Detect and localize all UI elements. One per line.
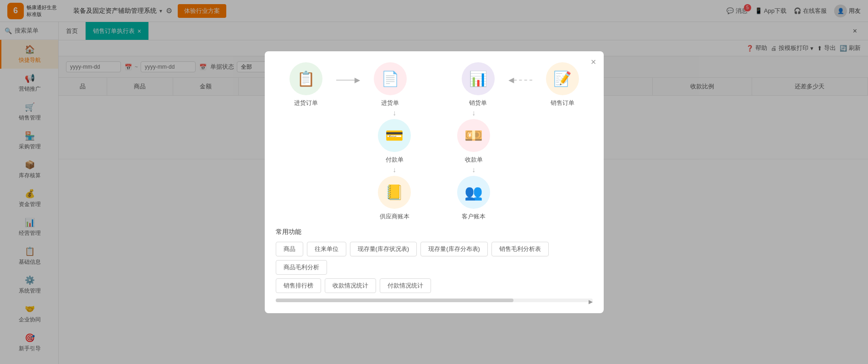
flow-customer-ledger[interactable]: 👥 客户账本 xyxy=(434,176,513,221)
flow-sale-bill[interactable]: 📊 销货单 xyxy=(448,62,508,107)
common-functions-row2: 销售排行榜 收款情况统计 付款情况统计 xyxy=(276,278,593,293)
modal-overlay[interactable]: × 📋 进货订单 ▶ 📄 进货单 xyxy=(0,0,868,364)
modal-scrollbar-arrow[interactable]: ▶ xyxy=(589,299,593,305)
func-sales-rank[interactable]: 销售排行榜 xyxy=(276,278,321,293)
common-functions-row1: 商品 往来单位 现存量(库存状况表) 现存量(库存分布表) 销售毛利分析表 商品… xyxy=(276,242,593,275)
flow-purchase-order-label: 进货订单 xyxy=(294,99,318,107)
func-stock-dist[interactable]: 现存量(库存分布表) xyxy=(420,242,488,256)
modal-scrollbar-thumb[interactable] xyxy=(276,299,513,302)
quick-nav-modal: × 📋 进货订单 ▶ 📄 进货单 xyxy=(265,51,604,313)
flow-payment[interactable]: 💳 付款单 xyxy=(355,119,434,164)
flow-supplier-ledger[interactable]: 📒 供应商账本 xyxy=(355,176,434,221)
flow-purchase-bill-label: 进货单 xyxy=(381,99,399,107)
flow-receipt[interactable]: 💴 收款单 xyxy=(434,119,513,164)
common-functions-title: 常用功能 xyxy=(276,228,593,236)
flow-sale-order-label: 销售订单 xyxy=(551,99,574,107)
flow-receipt-label: 收款单 xyxy=(465,156,483,164)
flow-payment-label: 付款单 xyxy=(386,156,404,164)
common-functions-section: 常用功能 商品 往来单位 现存量(库存状况表) 现存量(库存分布表) 销售毛利分… xyxy=(276,228,593,293)
func-goods-gross[interactable]: 商品毛利分析 xyxy=(276,260,327,275)
flow-customer-ledger-label: 客户账本 xyxy=(462,212,486,221)
flow-sale-bill-label: 销货单 xyxy=(469,99,487,107)
flow-supplier-ledger-label: 供应商账本 xyxy=(380,212,409,221)
func-receipt-stats[interactable]: 收款情况统计 xyxy=(325,278,376,293)
modal-scrollbar[interactable]: ▶ xyxy=(276,299,593,302)
func-goods[interactable]: 商品 xyxy=(276,242,303,256)
func-stock-status[interactable]: 现存量(库存状况表) xyxy=(350,242,417,256)
func-sales-gross[interactable]: 销售毛利分析表 xyxy=(491,242,549,256)
flow-purchase-bill[interactable]: 📄 进货单 xyxy=(360,62,420,107)
func-counterparts[interactable]: 往来单位 xyxy=(307,242,346,256)
flow-purchase-order[interactable]: 📋 进货订单 xyxy=(276,62,336,107)
modal-close-button[interactable]: × xyxy=(591,57,596,67)
func-payment-stats[interactable]: 付款情况统计 xyxy=(380,278,431,293)
flow-sale-order[interactable]: 📝 销售订单 xyxy=(532,62,593,107)
